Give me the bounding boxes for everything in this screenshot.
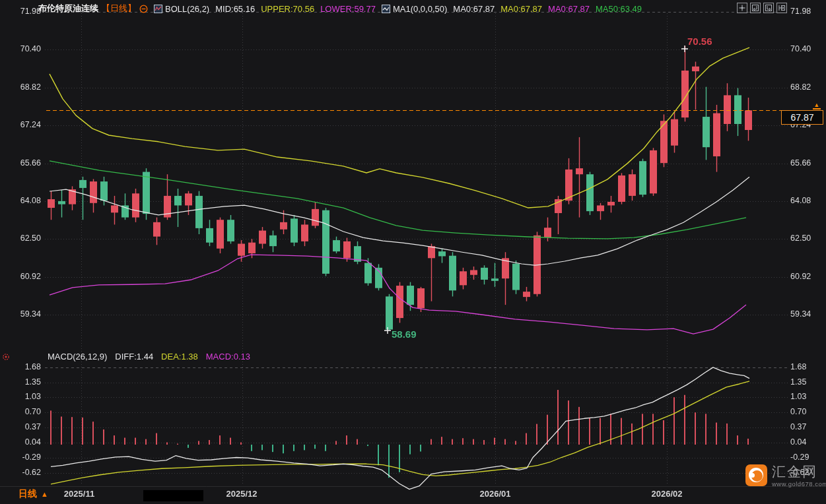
axis-label: 59.34 (11, 309, 41, 319)
axis-label: 0.70 (790, 407, 806, 416)
low-price-annotation: 58.69 (392, 329, 417, 340)
axis-label: 65.66 (11, 158, 41, 168)
axis-label: 0.04 (11, 437, 41, 447)
axis-label: 64.08 (11, 196, 41, 205)
axis-label: 62.50 (11, 234, 41, 243)
date-label: 2025/11 (64, 489, 94, 499)
axis-label: 1.03 (11, 392, 41, 401)
axis-label: 1.35 (790, 377, 806, 387)
site-logo: 汇金网 www.gold678.com (745, 464, 826, 488)
ma50-value: MA50:63.49 (596, 4, 642, 14)
axis-label: 71.98 (790, 7, 811, 16)
macd-label: MACD(26,12,9) (48, 352, 107, 362)
axis-label: 60.92 (11, 272, 41, 281)
chart-toolbar (737, 3, 787, 13)
date-label: 2025/12 (226, 489, 258, 499)
macd-value: MACD:0.13 (206, 352, 250, 362)
macd-header: MACD(26,12,9) DIFF:1.44 DEA:1.38 MACD:0.… (48, 352, 250, 362)
boll-label: BOLL(26,2) (165, 4, 209, 14)
price-marker-arrow-icon[interactable]: ▲ (813, 102, 821, 110)
candlestick-chart-canvas[interactable] (0, 0, 826, 504)
logo-url: www.gold678.com (772, 480, 826, 488)
chart-header: 布伦特原油连续 【日线】 BOLL(26,2) MID:65.16 UPPER:… (38, 3, 642, 15)
macd-diff-value: DIFF:1.44 (115, 352, 153, 362)
axis-label: 64.08 (790, 196, 811, 205)
date-label: 2026/02 (652, 489, 683, 499)
axis-label: 59.34 (790, 309, 811, 319)
ma-chart-icon[interactable] (382, 5, 390, 13)
axis-label: -0.62 (11, 468, 41, 477)
ma0-magenta-value: MA0:67.87 (548, 4, 590, 14)
axis-label: 68.82 (790, 82, 811, 92)
axis-label: 68.82 (11, 82, 41, 92)
axis-label: 67.24 (11, 120, 41, 129)
logo-name: 汇金网 (772, 464, 826, 479)
axis-label: 1.35 (11, 377, 41, 387)
boll-mid-value: MID:65.16 (215, 4, 255, 14)
ma0-yellow-value: MA0:67.87 (500, 4, 542, 14)
logo-icon (745, 464, 767, 486)
date-label: 2026/01 (480, 489, 511, 499)
shift-right-icon[interactable] (776, 3, 787, 13)
symbol-name: 布伦特原油连续 (38, 3, 98, 15)
axis-label: 0.37 (790, 422, 806, 431)
axis-label: 60.92 (790, 272, 811, 281)
scale-right-icon[interactable] (763, 3, 774, 13)
axis-label: 70.40 (11, 44, 41, 53)
axis-label: 62.50 (790, 234, 811, 243)
boll-lower-value: LOWER:59.77 (320, 4, 376, 14)
axis-label: -0.29 (790, 453, 809, 462)
axis-label: -0.29 (11, 453, 41, 462)
axis-label: 0.04 (790, 437, 806, 447)
boll-upper-value: UPPER:70.56 (261, 4, 314, 14)
period-tag[interactable]: 【日线】 (102, 3, 136, 15)
axis-label: 70.40 (790, 44, 811, 53)
redaction-bar (143, 490, 203, 501)
settings-circle-icon[interactable] (139, 5, 148, 13)
axis-label: 1.03 (790, 392, 806, 401)
scale-left-icon[interactable] (750, 3, 761, 13)
axis-label: 0.37 (11, 422, 41, 431)
period-arrow-icon: ▲ (41, 490, 48, 498)
record-dot-icon[interactable] (2, 353, 10, 361)
macd-dea-value: DEA:1.38 (161, 352, 198, 362)
period-label: 日线 (18, 488, 37, 500)
last-price-tag: 67.87 (781, 110, 823, 125)
ma0-white-value: MA0:67.87 (453, 4, 495, 14)
axis-label: 1.68 (11, 362, 41, 371)
indicator-chart-icon[interactable] (154, 5, 162, 13)
axis-label: 65.66 (790, 158, 811, 168)
axis-label: 1.68 (790, 362, 806, 371)
period-selector[interactable]: 日线 ▲ (18, 488, 48, 500)
pan-icon[interactable] (737, 3, 747, 13)
axis-label: 0.70 (11, 407, 41, 416)
axis-label: 71.98 (11, 7, 41, 16)
high-price-annotation: 70.56 (687, 36, 712, 47)
ma-group-label: MA1(0,0,0,50) (393, 4, 447, 14)
trading-app: { "header": { "symbol": "布伦特原油连续", "peri… (0, 0, 826, 504)
